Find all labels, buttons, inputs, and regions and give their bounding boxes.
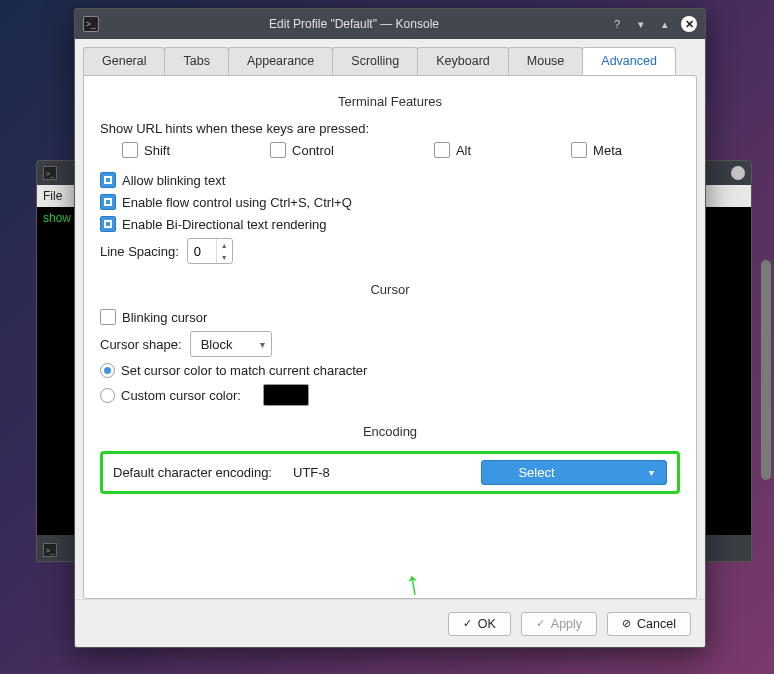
checkbox-alt[interactable]: Alt: [434, 142, 471, 158]
tab-general[interactable]: General: [83, 47, 165, 75]
bg-scrollbar[interactable]: [761, 260, 771, 480]
bg-term-text: show: [43, 211, 71, 225]
cursor-shape-label: Cursor shape:: [100, 337, 182, 352]
spin-up-icon[interactable]: ▲: [217, 239, 232, 251]
close-button[interactable]: ✕: [681, 16, 697, 32]
line-spacing-input[interactable]: [188, 244, 216, 259]
cancel-button[interactable]: ⊘Cancel: [607, 612, 691, 636]
bg-close-icon[interactable]: [731, 166, 745, 180]
bg-bottom-tabbar: >_: [37, 539, 63, 561]
bg-tab-icon[interactable]: >_: [43, 543, 57, 557]
checkbox-bidi[interactable]: Enable Bi-Directional text rendering: [100, 216, 327, 232]
line-spacing-label: Line Spacing:: [100, 244, 179, 259]
encoding-select-button[interactable]: Select ▾: [481, 460, 667, 485]
dialog-title: Edit Profile "Default" — Konsole: [107, 17, 601, 31]
checkbox-meta[interactable]: Meta: [571, 142, 622, 158]
checkbox-shift[interactable]: Shift: [122, 142, 170, 158]
encoding-highlight-box: Default character encoding: UTF-8 Select…: [100, 451, 680, 494]
tab-keyboard[interactable]: Keyboard: [417, 47, 509, 75]
chevron-down-icon: ▾: [649, 467, 654, 478]
cursor-shape-value: Block: [201, 337, 233, 352]
tab-content-advanced: Terminal Features Show URL hints when th…: [83, 75, 697, 599]
dialog-footer: ✓OK ✓Apply ⊘Cancel: [75, 599, 705, 647]
line-spacing-spin[interactable]: ▲▼: [187, 238, 233, 264]
encoding-label: Default character encoding:: [113, 465, 293, 480]
spin-down-icon[interactable]: ▼: [217, 251, 232, 263]
minimize-button[interactable]: ▾: [633, 16, 649, 32]
tab-appearance[interactable]: Appearance: [228, 47, 333, 75]
help-button[interactable]: ?: [609, 16, 625, 32]
checkbox-blinking-cursor[interactable]: Blinking cursor: [100, 309, 207, 325]
url-hints-label: Show URL hints when these keys are press…: [100, 121, 680, 136]
check-icon: ✓: [463, 617, 472, 630]
encoding-value: UTF-8: [293, 465, 481, 480]
check-icon: ✓: [536, 617, 545, 630]
checkbox-control[interactable]: Control: [270, 142, 334, 158]
dialog-titlebar[interactable]: >_ Edit Profile "Default" — Konsole ? ▾ …: [75, 9, 705, 39]
dialog-app-icon: >_: [83, 16, 99, 32]
maximize-button[interactable]: ▴: [657, 16, 673, 32]
checkbox-flow-control[interactable]: Enable flow control using Ctrl+S, Ctrl+Q: [100, 194, 352, 210]
tab-advanced[interactable]: Advanced: [582, 47, 676, 75]
bg-app-icon: >_: [43, 166, 57, 180]
edit-profile-dialog: >_ Edit Profile "Default" — Konsole ? ▾ …: [74, 8, 706, 648]
section-encoding: Encoding: [100, 424, 680, 439]
radio-match-color[interactable]: Set cursor color to match current charac…: [100, 363, 367, 378]
custom-color-swatch[interactable]: [263, 384, 309, 406]
tab-mouse[interactable]: Mouse: [508, 47, 584, 75]
radio-custom-color[interactable]: Custom cursor color:: [100, 388, 241, 403]
tab-scrolling[interactable]: Scrolling: [332, 47, 418, 75]
section-terminal-features: Terminal Features: [100, 94, 680, 109]
apply-button: ✓Apply: [521, 612, 597, 636]
cursor-shape-combo[interactable]: Block ▾: [190, 331, 273, 357]
tab-tabs[interactable]: Tabs: [164, 47, 228, 75]
checkbox-allow-blinking-text[interactable]: Allow blinking text: [100, 172, 225, 188]
section-cursor: Cursor: [100, 282, 680, 297]
ok-button[interactable]: ✓OK: [448, 612, 511, 636]
chevron-down-icon: ▾: [260, 339, 265, 350]
cancel-icon: ⊘: [622, 617, 631, 630]
profile-tabbar: General Tabs Appearance Scrolling Keyboa…: [83, 47, 697, 75]
bg-menu-file[interactable]: File: [43, 189, 62, 203]
